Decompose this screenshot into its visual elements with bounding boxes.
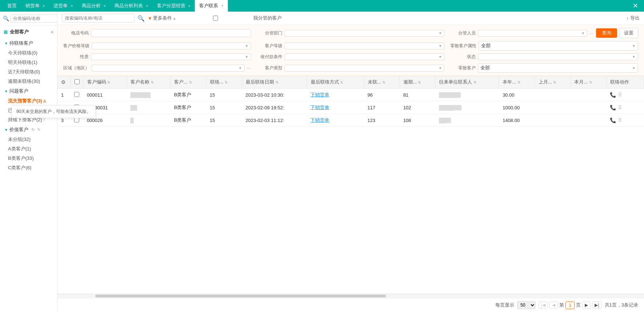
sidebar-item-b-class[interactable]: B类客户(33): [0, 154, 57, 163]
tab-product-analysis[interactable]: 商品分析 ×: [77, 0, 110, 12]
row-checkbox[interactable]: [74, 92, 79, 97]
filter-price-level-select[interactable]: ▼: [92, 42, 251, 49]
sidebar-item-churn-warning[interactable]: 流失预警客户(3) ⚠: [0, 96, 57, 106]
more-conditions-button[interactable]: ▼ 更多条件 ▲: [148, 15, 176, 21]
table-header-last-contact-date[interactable]: 最后联络日期 ⇅: [242, 76, 307, 89]
first-page-button[interactable]: |◀: [539, 301, 548, 309]
page-suffix: 页: [576, 302, 581, 308]
tab-purchase-order-close[interactable]: ×: [71, 4, 73, 8]
table-header-this-month[interactable]: 本月... ⇅: [571, 76, 606, 89]
row-phone-icon[interactable]: 📞: [610, 105, 616, 110]
tab-customer-contact[interactable]: 客户联系 ×: [195, 0, 228, 12]
filter-retail-cust-select[interactable]: 全部 ▼: [478, 63, 638, 73]
window-close-button[interactable]: ✕: [630, 2, 641, 10]
tab-home[interactable]: 首页: [3, 0, 21, 12]
tab-product-list[interactable]: 商品分析列表 ×: [110, 0, 152, 12]
filter-dept-arrow: ▼: [438, 31, 442, 35]
sidebar-group-pending-header[interactable]: ▼ 待联络客户: [0, 38, 57, 48]
sidebar-item-7days[interactable]: 近7天待联络(0): [0, 67, 57, 77]
row-last-contact-method[interactable]: 下销货单: [307, 114, 364, 127]
tab-sales-order-close[interactable]: ×: [43, 4, 45, 8]
prev-page-button[interactable]: ◀: [550, 301, 558, 309]
row-last-contact-method[interactable]: 下销货单: [307, 101, 364, 114]
filter-cust-type-select[interactable]: ▼: [285, 65, 445, 72]
sidebar-search-input[interactable]: [11, 15, 57, 23]
row-contact-count: 15: [206, 89, 242, 101]
tab-purchase-order[interactable]: 进货单 ×: [49, 0, 77, 12]
sidebar-item-overdue[interactable]: 逾期未联络(30): [0, 77, 57, 86]
row-unit-contact: ███ ██...: [435, 89, 499, 101]
sidebar-item-a-class[interactable]: A类客户(1): [0, 144, 57, 154]
value-group-arrow: ▼: [4, 128, 8, 132]
tab-customer-layer[interactable]: 客户分层经营 ×: [153, 0, 195, 12]
filter-retail-attr-select[interactable]: 全部 ▼: [479, 41, 638, 50]
row-more-icon[interactable]: ⠿: [618, 105, 622, 110]
next-page-button[interactable]: ▶: [582, 301, 591, 309]
filter-manager-ellipsis[interactable]: ···: [589, 30, 594, 36]
select-all-checkbox[interactable]: [75, 79, 80, 84]
search-button[interactable]: 🔍: [137, 15, 145, 22]
scroll-thumb[interactable]: [95, 295, 386, 297]
table-header-code[interactable]: 客户编码 ⇅: [83, 76, 127, 89]
table-header-settings[interactable]: ⚙: [57, 76, 71, 89]
table-header-cust-type[interactable]: 客户... ⇅: [170, 76, 206, 89]
table-header-contact-count[interactable]: 联络... ⇅: [206, 76, 242, 89]
tab-product-analysis-close[interactable]: ×: [104, 4, 106, 8]
sidebar-group-value-header[interactable]: ▼ 价值客户 ↻ ✎: [0, 125, 57, 135]
tab-product-list-close[interactable]: ×: [146, 4, 148, 8]
churn-tooltip: 90天未交易的客户，可能有流失风险。: [12, 105, 57, 118]
row-phone-icon[interactable]: 📞: [610, 117, 616, 123]
row-actions: 📞 ⠿: [606, 101, 644, 114]
filter-phone-input[interactable]: [91, 29, 251, 37]
export-button[interactable]: ↑ 导出: [627, 15, 640, 21]
sidebar-item-today[interactable]: 今天待联络(0): [0, 48, 57, 58]
horizontal-scrollbar[interactable]: [57, 293, 644, 298]
query-button[interactable]: 查询: [596, 28, 617, 38]
my-customers-checkbox[interactable]: [179, 16, 252, 21]
value-group-refresh[interactable]: ↻: [31, 127, 35, 132]
filter-status-select[interactable]: ▼: [478, 53, 638, 60]
setting-button[interactable]: 设置: [619, 28, 638, 38]
filter-cust-level-select[interactable]: ▼: [285, 42, 445, 49]
table-header-unit-contact[interactable]: 往来单位联系人 ⇅: [435, 76, 499, 89]
filter-manager-select[interactable]: ▼: [478, 30, 587, 37]
tab-sales-order[interactable]: 销货单 ×: [21, 0, 49, 12]
row-contact-count: 15: [206, 114, 242, 127]
filter-dept-select[interactable]: ▼: [285, 30, 445, 37]
row-phone-icon[interactable]: 📞: [610, 92, 616, 98]
sidebar-item-tomorrow[interactable]: 明天待联络(1): [0, 58, 57, 67]
filter-region-ellipsis[interactable]: ···: [247, 65, 251, 71]
sidebar-search-icon: 🔍: [3, 16, 9, 21]
table-header-uncontacted[interactable]: 未联... ⇅: [364, 76, 399, 89]
table-header-last-month[interactable]: 上月... ⇅: [535, 76, 570, 89]
table-header-overdue[interactable]: 逾期... ⇅: [399, 76, 435, 89]
grid-icon: ⊞: [4, 29, 8, 35]
filter-nature-select[interactable]: ▼: [91, 53, 251, 60]
row-more-icon[interactable]: ⠿: [618, 117, 622, 123]
tab-customer-contact-close[interactable]: ×: [221, 4, 223, 8]
table-header-annual[interactable]: 本年... ⇅: [499, 76, 535, 89]
table-header-last-contact-method[interactable]: 最后联络方式 ⇅: [307, 76, 364, 89]
table-header-this-month-label: 本月...: [574, 79, 588, 85]
table-header-name[interactable]: 客户名称 ⇅: [127, 76, 170, 89]
sidebar-all-customers[interactable]: ⊞ 全部客户 «: [0, 26, 57, 38]
per-page-select[interactable]: 50 100: [517, 301, 536, 309]
filter-icon: ▼: [148, 16, 152, 21]
sidebar-collapse-button[interactable]: «: [51, 29, 53, 35]
more-conditions-arrow: ▲: [173, 16, 176, 20]
sidebar-item-ungroup[interactable]: 未分组(32): [0, 135, 57, 144]
row-name: █: [127, 114, 170, 127]
row-more-icon[interactable]: ⠿: [618, 92, 622, 98]
search-input[interactable]: [62, 14, 134, 23]
sidebar-item-c-class[interactable]: C类客户(6): [0, 163, 57, 173]
last-page-button[interactable]: ▶|: [592, 301, 601, 309]
filter-retail-cust-arrow: ▼: [632, 66, 636, 70]
value-group-edit[interactable]: ✎: [37, 127, 41, 132]
settings-icon[interactable]: ⚙: [61, 79, 66, 85]
filter-payment-select[interactable]: ▼: [285, 53, 445, 60]
tab-customer-layer-close[interactable]: ×: [188, 4, 190, 8]
filter-region-select[interactable]: ▼: [92, 65, 245, 72]
sidebar-group-problem-header[interactable]: ▼ 问题客户: [0, 86, 57, 96]
sidebar-item-today-label: 今天待联络(0): [8, 50, 37, 56]
row-last-contact-method[interactable]: 下销货单: [307, 89, 364, 101]
